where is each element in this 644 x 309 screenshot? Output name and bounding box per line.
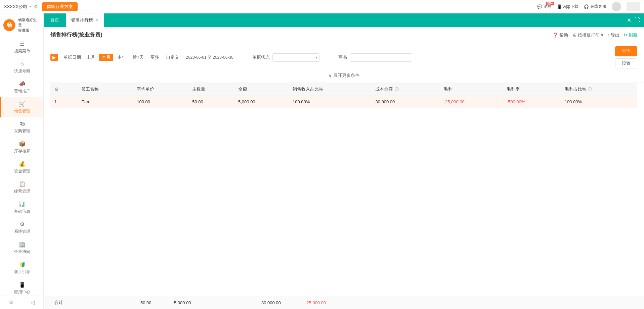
footer-qty-val: 50.00 (140, 300, 174, 305)
box-icon: 📦 (19, 141, 26, 147)
sidebar-item-inventory[interactable]: 📦 库存核算 (0, 137, 43, 157)
tab-close-icon[interactable]: ✕ (96, 18, 99, 22)
svg-text:畅: 畅 (7, 22, 12, 28)
message-badge: 99+ (546, 2, 554, 5)
message-icon: 💬 (537, 4, 542, 9)
sidebar-item-operation[interactable]: 📋 经营管理 (0, 177, 43, 198)
tab-sales-ranking[interactable]: 销售排行榜 ✕ (66, 13, 104, 27)
date-tab-this-year[interactable]: 本年 (115, 54, 129, 61)
company-selector[interactable]: XXXXX公司 ▾ (4, 4, 31, 10)
print-button[interactable]: 🖨 按模板打印 ▾ (572, 32, 603, 38)
date-tabs: 上月 本月 本年 近7天 更多 自定义 (84, 54, 182, 61)
gear-icon: ⚙ (20, 221, 25, 227)
home-icon: ⌂ (20, 61, 24, 67)
sidebar-item-label: 新手引导 (14, 269, 30, 275)
sidebar-item-enterprise[interactable]: 🏢 企业协同 (0, 238, 43, 258)
expand-conditions-btn[interactable]: ∨ 展开更多条件 (329, 72, 359, 79)
date-tab-last-month[interactable]: 上月 (84, 54, 98, 61)
sidebar-item-finance[interactable]: 💰 资金管理 (0, 157, 43, 177)
cell-qty: 50.00 (188, 96, 234, 108)
cost-help-icon[interactable]: ⓘ (395, 87, 399, 92)
goods-input[interactable] (350, 53, 412, 62)
date-filter-group: 单据日期 上月 本月 本年 近7天 更多 自定义 2023-06-01 至 20… (63, 54, 233, 61)
sidebar-item-shortcut[interactable]: ⌂ 快捷导航 (0, 57, 43, 77)
ranking-table: ⚙ 员工名称 平均单价 主数量 全额 销售收入占比% 成本全额 ⓘ 毛利 毛利率 (50, 83, 637, 108)
sidebar-item-label: 应用中心 (14, 289, 30, 295)
cell-rank: 1 (50, 96, 77, 108)
app-download-label: App下载 (563, 4, 578, 9)
sidebar-item-search[interactable]: ☰ 搜索菜单 (0, 37, 43, 57)
settings-bottom-icon[interactable]: ⚙ (9, 299, 13, 306)
sidebar-item-label: 快捷导航 (14, 68, 30, 74)
col-amount: 全额 (234, 83, 289, 96)
sidebar-item-guide[interactable]: 🔰 新手引导 (0, 258, 43, 278)
date-tab-more[interactable]: 更多 (148, 54, 162, 61)
date-tab-7days[interactable]: 近7天 (130, 54, 146, 61)
collapse-filter-btn[interactable]: ▶ (50, 54, 58, 61)
help-button[interactable]: ❓ 帮助 (553, 32, 568, 38)
fullscreen-icon[interactable]: ⛶ (635, 17, 640, 23)
print-dropdown-icon: ▾ (601, 33, 603, 38)
user-name-area[interactable] (627, 2, 640, 11)
tab-home[interactable]: 首页 (44, 13, 66, 27)
col-gross: 毛利 (440, 83, 503, 96)
message-button[interactable]: 💬 消息 99+ (537, 4, 552, 9)
status-select[interactable] (272, 53, 319, 62)
sidebar-item-marketing[interactable]: 📣 营销推广 (0, 77, 43, 97)
sidebar-item-label: 搜索菜单 (14, 48, 30, 54)
col-name: 员工名称 (77, 83, 133, 96)
filter-row-1: ▶ 单据日期 上月 本月 本年 近7天 更多 自定义 2023-06-01 至 … (50, 46, 637, 68)
sidebar-item-label: 资金管理 (14, 168, 30, 174)
page-title: 销售排行榜(按业务员) (50, 32, 102, 39)
sidebar-item-appstore[interactable]: 📱 应用中心 (0, 278, 43, 296)
sidebar-item-sales[interactable]: 🛒 销售管理 (0, 97, 43, 117)
cell-gross: -25,000.00 (440, 96, 503, 108)
page-content: 销售排行榜(按业务员) ❓ 帮助 🖨 按模板打印 ▾ ↑ 导出 (44, 27, 644, 309)
sidebar-item-system[interactable]: ⚙ 系统管理 (0, 218, 43, 238)
sidebar-items-list: ☰ 搜索菜单 ⌂ 快捷导航 📣 营销推广 🛒 销售管理 🛍 采购管理 📦 库 (0, 37, 43, 296)
table-body: 1 Eam 100.00 50.00 5,000.00 100.00% 30,0… (50, 96, 637, 108)
export-button[interactable]: ↑ 导出 (607, 32, 620, 38)
sidebar-item-label: 销售管理 (14, 108, 30, 114)
date-label: 单据日期 (63, 54, 81, 60)
cell-gross-pct: 100.00% (561, 96, 637, 108)
sidebar-item-label: 系统管理 (14, 229, 30, 235)
col-settings[interactable]: ⚙ (50, 83, 77, 96)
cell-cost: 30,000.00 (371, 96, 439, 108)
export-icon: ↑ (607, 33, 610, 38)
refresh-button[interactable]: ↻ 刷新 (624, 32, 637, 38)
avatar[interactable] (612, 2, 621, 11)
app-download-button[interactable]: 📱 App下载 (557, 4, 578, 9)
date-tab-custom[interactable]: 自定义 (163, 54, 182, 61)
trial-button[interactable]: 体验行业方案 (42, 2, 78, 11)
close-window-icon[interactable]: ✕ (627, 17, 631, 23)
sidebar-item-purchase[interactable]: 🛍 采购管理 (0, 117, 43, 137)
expand-row: ∨ 展开更多条件 (50, 70, 637, 79)
cell-name: Eam (77, 96, 133, 108)
query-button[interactable]: 查询 (615, 46, 637, 56)
status-label: 单据状态 (252, 54, 270, 60)
top-right-area: 💬 消息 99+ 📱 App下载 🎧 在线客服 (537, 2, 640, 11)
column-settings-icon[interactable]: ⚙ (54, 87, 59, 92)
gross-pct-help-icon[interactable]: ⓘ (588, 87, 592, 92)
logo-text: 畅康通好生意 标准版 (18, 17, 40, 33)
date-range-text: 2023-06-01 至 2023-06-30 (186, 55, 233, 60)
sidebar-item-basic[interactable]: 📊 基础信息 (0, 198, 43, 218)
settings-icon[interactable]: ⚙ (34, 4, 38, 10)
cell-avg-price: 100.00 (133, 96, 188, 108)
content-area: 首页 销售排行榜 ✕ ✕ ⛶ 销售排行榜(按业务员) ❓ 帮助 (44, 13, 644, 309)
print-icon: 🖨 (572, 33, 576, 38)
cell-amount: 5,000.00 (234, 96, 289, 108)
col-avg-price: 平均单价 (133, 83, 188, 96)
footer-values: 50.00 5,000.00 30,000.00 -25,000.00 (90, 300, 345, 305)
col-gross-pct: 毛利占比% ⓘ (561, 83, 637, 96)
online-service-button[interactable]: 🎧 在线客服 (584, 4, 606, 9)
megaphone-icon: 📣 (19, 81, 26, 87)
headset-icon: 🎧 (584, 4, 589, 9)
settings-button[interactable]: 设置 (615, 58, 637, 68)
more-icon[interactable]: ··· (415, 55, 419, 60)
chart-icon: 📊 (19, 201, 26, 207)
date-tab-this-month[interactable]: 本月 (99, 54, 113, 61)
collapse-icon[interactable]: ◁ (31, 299, 35, 306)
page-header: 销售排行榜(按业务员) ❓ 帮助 🖨 按模板打印 ▾ ↑ 导出 (44, 27, 644, 42)
